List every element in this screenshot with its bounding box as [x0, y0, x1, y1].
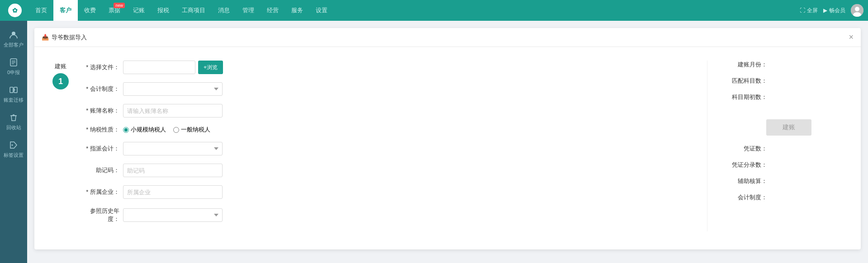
file-row: * 选择文件： +浏览 [82, 61, 698, 74]
trash-icon [9, 113, 19, 122]
tax-small-radio[interactable] [123, 127, 129, 133]
nav-items: 首页 客户 收费 票据 new 记账 报税 工商项目 消息 管理 经营 服务 设… [29, 0, 800, 21]
info-section: 建账月份： 匹配科目数： 科目期初数： 建账 凭证 [707, 61, 843, 231]
nav-manage[interactable]: 管理 [236, 0, 261, 21]
member-icon: ▶ [823, 7, 827, 14]
history-year-label: 参照历史年度： [82, 207, 123, 223]
build-account-button[interactable]: 建账 [766, 119, 811, 136]
build-btn-row: 建账 [726, 119, 843, 136]
close-button[interactable]: × [849, 33, 854, 42]
ledger-name-input[interactable] [123, 104, 223, 117]
accounting-system-row: * 会计制度： [82, 82, 698, 96]
nav-operation[interactable]: 经营 [261, 0, 285, 21]
top-navigation: ✿ 首页 客户 收费 票据 new 记账 报税 工商项目 消息 管理 经营 服务… [0, 0, 868, 21]
tax-type-row: * 纳税性质： 小规模纳税人 一般纳税人 [82, 126, 698, 134]
sidebar: 全部客户 0申报 账套迁移 [0, 21, 27, 263]
main-layout: 全部客户 0申报 账套迁移 [0, 21, 868, 263]
memo-row: 助记码： [82, 164, 698, 177]
match-subject-label: 匹配科目数： [726, 77, 771, 85]
match-subject-row: 匹配科目数： [726, 77, 843, 85]
subject-initial-row: 科目期初数： [726, 93, 843, 101]
nav-customer[interactable]: 客户 [53, 0, 78, 21]
svg-point-1 [855, 7, 859, 11]
form-grid: * 选择文件： +浏览 * 会计制度： [82, 61, 698, 231]
migration-icon [9, 85, 19, 95]
nav-right: ⛶ 全屏 ▶ 畅会员 [800, 4, 863, 17]
tag-settings-icon [9, 140, 19, 150]
file-label: * 选择文件： [82, 63, 123, 71]
panel-title: 导爷数据导入 [52, 33, 87, 42]
browse-button[interactable]: +浏览 [198, 61, 223, 74]
aux-accounting-label: 辅助核算： [726, 177, 771, 185]
panel-title-icon: 📥 [42, 34, 49, 41]
history-year-select[interactable] [123, 208, 223, 222]
company-label: * 所属企业： [82, 188, 123, 196]
panel-header: 📥 导爷数据导入 [34, 28, 861, 47]
nav-message[interactable]: 消息 [212, 0, 236, 21]
all-customers-icon [9, 30, 19, 40]
file-input[interactable] [123, 61, 195, 74]
voucher-row: 凭证数： [726, 145, 843, 153]
history-year-row: 参照历史年度： [82, 207, 698, 223]
ledger-name-label: * 账簿名称： [82, 107, 123, 115]
member-button[interactable]: ▶ 畅会员 [823, 7, 845, 14]
sidebar-item-migration[interactable]: 账套迁移 [0, 80, 27, 108]
nav-bookkeeping[interactable]: 记账 [127, 0, 151, 21]
panel-body: 建账 1 * 选择文件： +浏览 [34, 47, 861, 245]
accountant-label: * 指派会计： [82, 145, 123, 153]
sidebar-item-tag-settings[interactable]: 标签设置 [0, 136, 27, 163]
tax-general-radio[interactable] [173, 127, 179, 133]
nav-invoice[interactable]: 票据 new [102, 0, 127, 21]
voucher-entries-label: 凭证分录数： [726, 161, 771, 169]
svg-point-11 [12, 145, 13, 146]
logo-icon: ✿ [8, 4, 22, 17]
app-logo: ✿ [5, 0, 25, 21]
build-month-label: 建账月份： [726, 61, 771, 69]
accountant-row: * 指派会计： [82, 142, 698, 155]
step-circle: 1 [52, 73, 69, 89]
subject-initial-label: 科目期初数： [726, 93, 771, 101]
info-accounting-system-row: 会计制度： [726, 193, 843, 202]
tax-type-radio-group: 小规模纳税人 一般纳税人 [123, 126, 210, 134]
step-label: 建账 [55, 62, 66, 70]
user-avatar[interactable] [851, 4, 863, 17]
sidebar-item-zero-report[interactable]: 0申报 [0, 53, 27, 80]
accounting-system-label: * 会计制度： [82, 85, 123, 93]
tax-type-label: * 纳税性质： [82, 126, 123, 134]
content-area: 📥 导爷数据导入 × 建账 1 * 选择文件： [27, 21, 868, 263]
sidebar-item-all-customers[interactable]: 全部客户 [0, 25, 27, 53]
svg-rect-9 [14, 87, 17, 93]
company-input[interactable] [123, 185, 223, 199]
memo-label: 助记码： [82, 166, 123, 174]
step-indicator: 建账 1 [52, 61, 69, 231]
info-accounting-system-label: 会计制度： [726, 193, 771, 202]
build-month-row: 建账月份： [726, 61, 843, 69]
company-row: * 所属企业： [82, 185, 698, 199]
tax-general[interactable]: 一般纳税人 [173, 126, 210, 134]
import-panel: 📥 导爷数据导入 × 建账 1 * 选择文件： [34, 28, 861, 249]
voucher-entries-row: 凭证分录数： [726, 161, 843, 169]
tax-small-scale[interactable]: 小规模纳税人 [123, 126, 166, 134]
nav-fee[interactable]: 收费 [78, 0, 102, 21]
fullscreen-icon: ⛶ [800, 7, 805, 14]
fullscreen-button[interactable]: ⛶ 全屏 [800, 7, 818, 14]
zero-report-icon [9, 57, 19, 67]
nav-service[interactable]: 服务 [285, 0, 309, 21]
file-input-group: +浏览 [123, 61, 223, 74]
svg-rect-8 [10, 87, 13, 93]
nav-badge-new: new [114, 3, 125, 8]
nav-home[interactable]: 首页 [29, 0, 53, 21]
sidebar-item-trash[interactable]: 回收站 [0, 108, 27, 136]
accountant-select[interactable] [123, 142, 223, 155]
accounting-system-select[interactable] [123, 82, 223, 96]
nav-tax[interactable]: 报税 [151, 0, 175, 21]
ledger-name-row: * 账簿名称： [82, 104, 698, 117]
nav-settings[interactable]: 设置 [309, 0, 334, 21]
nav-business[interactable]: 工商项目 [175, 0, 212, 21]
voucher-label: 凭证数： [726, 145, 771, 153]
memo-input[interactable] [123, 164, 223, 177]
form-with-step: 建账 1 * 选择文件： +浏览 [52, 61, 698, 231]
aux-accounting-row: 辅助核算： [726, 177, 843, 185]
